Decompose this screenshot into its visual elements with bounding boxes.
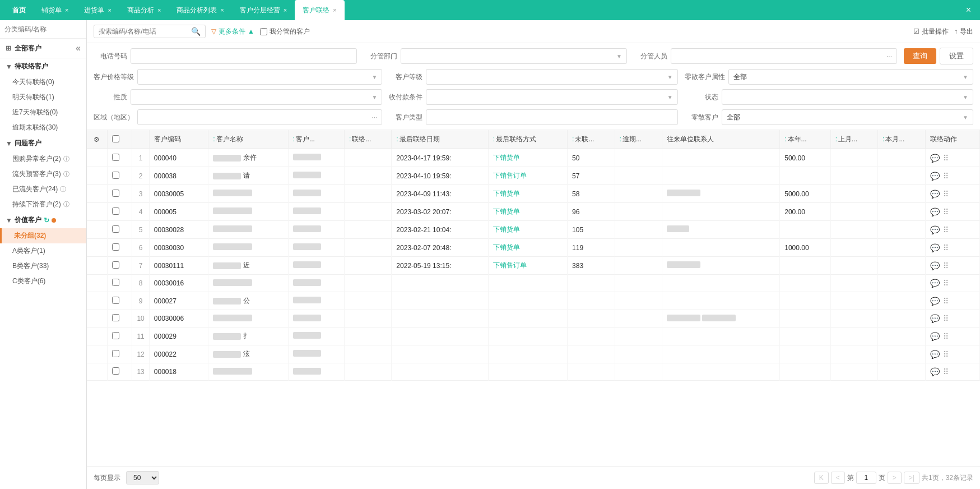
th-last-month[interactable]: :上月... bbox=[830, 130, 877, 149]
chat-icon[interactable]: 💬 bbox=[930, 297, 940, 306]
filter-search-input[interactable] bbox=[99, 27, 191, 35]
row-checkbox[interactable] bbox=[112, 190, 119, 197]
settings-icon[interactable]: ⚙ bbox=[94, 136, 100, 144]
tab-customer-contact-close[interactable]: × bbox=[333, 7, 336, 13]
filter-dept-select[interactable]: ▼ bbox=[401, 48, 627, 64]
row-checkbox[interactable] bbox=[112, 297, 119, 304]
more-icon[interactable]: ⠿ bbox=[943, 190, 949, 199]
filter-phone-input[interactable] bbox=[131, 48, 357, 64]
contact-type-link[interactable]: 下销售订单 bbox=[493, 172, 527, 179]
row-checkbox[interactable] bbox=[112, 261, 119, 269]
row-checkbox[interactable] bbox=[112, 207, 119, 215]
tab-sales[interactable]: 销货单 × bbox=[34, 0, 76, 20]
sidebar-item-churned[interactable]: 已流失客户(24) ⓘ bbox=[0, 182, 86, 197]
filter-level-select[interactable]: ▼ bbox=[426, 69, 677, 85]
th-this-year[interactable]: :本年... bbox=[780, 130, 830, 149]
sidebar-item-abnormal[interactable]: 囤购异常客户(2) ⓘ bbox=[0, 151, 86, 167]
more-icon[interactable]: ⠿ bbox=[943, 225, 949, 234]
chat-icon[interactable]: 💬 bbox=[930, 279, 940, 288]
sidebar-item-today[interactable]: 今天待联络(0) bbox=[0, 75, 86, 90]
filter-nature-select[interactable]: ▼ bbox=[131, 89, 382, 105]
row-checkbox[interactable] bbox=[112, 225, 119, 233]
chat-icon[interactable]: 💬 bbox=[930, 225, 940, 234]
export-btn[interactable]: ↑ 导出 bbox=[954, 27, 973, 36]
select-all-checkbox[interactable] bbox=[112, 135, 119, 142]
sidebar-group-pending-header[interactable]: ▼ 待联络客户 bbox=[0, 58, 86, 75]
tab-sales-close[interactable]: × bbox=[65, 7, 68, 13]
tab-goods-analysis-close[interactable]: × bbox=[157, 7, 161, 13]
contact-type-link[interactable]: 下销货单 bbox=[493, 207, 520, 215]
sidebar-item-class-c[interactable]: C类客户(6) bbox=[0, 274, 86, 289]
tab-customer-segment[interactable]: 客户分层经营 × bbox=[232, 0, 295, 20]
th-this-month[interactable]: :本月... bbox=[878, 130, 925, 149]
first-page-btn[interactable]: K bbox=[814, 472, 829, 484]
contact-type-link[interactable]: 下销货单 bbox=[493, 154, 520, 162]
row-checkbox[interactable] bbox=[112, 243, 119, 251]
row-checkbox[interactable] bbox=[112, 367, 119, 375]
sidebar-all-customers[interactable]: ⊞ 全部客户 « bbox=[0, 39, 86, 58]
tab-customer-contact[interactable]: 客户联络 × bbox=[295, 0, 344, 20]
tab-purchase-close[interactable]: × bbox=[108, 7, 111, 13]
more-icon[interactable]: ⠿ bbox=[943, 350, 949, 359]
th-contact[interactable]: :联络... bbox=[344, 130, 391, 149]
filter-payment-select[interactable]: ▼ bbox=[426, 89, 677, 105]
th-last-date[interactable]: :最后联络日期 bbox=[392, 130, 488, 149]
th-name[interactable]: :客户名称 bbox=[208, 130, 288, 149]
filter-search-icon[interactable]: 🔍 bbox=[191, 27, 201, 36]
last-page-btn[interactable]: >| bbox=[904, 472, 919, 484]
filter-customer-type-input[interactable] bbox=[426, 109, 677, 125]
chat-icon[interactable]: 💬 bbox=[930, 350, 940, 359]
row-checkbox[interactable] bbox=[112, 314, 119, 321]
prev-page-btn[interactable]: < bbox=[831, 472, 845, 484]
query-button[interactable]: 查询 bbox=[904, 48, 936, 64]
close-all-tabs[interactable]: × bbox=[962, 5, 976, 15]
more-icon[interactable]: ⠿ bbox=[943, 297, 949, 306]
sidebar-search-input[interactable] bbox=[4, 25, 87, 33]
tab-goods-list[interactable]: 商品分析列表 × bbox=[169, 0, 231, 20]
more-icon[interactable]: ⠿ bbox=[943, 314, 949, 323]
my-customers-checkbox[interactable] bbox=[260, 28, 267, 35]
th-code[interactable]: 客户编码 bbox=[149, 130, 208, 149]
th-type[interactable]: :客户... bbox=[288, 130, 344, 149]
filter-manager-select[interactable]: ··· bbox=[671, 48, 897, 64]
sidebar-item-churn-warning[interactable]: 流失预警客户(3) ⓘ bbox=[0, 167, 86, 182]
th-partner[interactable]: 往来单位联系人 bbox=[662, 130, 779, 149]
more-icon[interactable]: ⠿ bbox=[943, 172, 949, 181]
sidebar-item-ungroup[interactable]: 未分组(32) bbox=[0, 228, 86, 243]
more-icon[interactable]: ⠿ bbox=[943, 243, 949, 252]
more-icon[interactable]: ⠿ bbox=[943, 207, 949, 216]
sidebar-item-class-b[interactable]: B类客户(33) bbox=[0, 259, 86, 274]
filter-scatter-select[interactable]: 全部 ▼ bbox=[722, 109, 973, 125]
more-icon[interactable]: ⠿ bbox=[943, 154, 949, 163]
next-page-btn[interactable]: > bbox=[888, 472, 902, 484]
sidebar-item-7days[interactable]: 近7天待联络(0) bbox=[0, 105, 86, 120]
refresh-icon[interactable]: ↻ bbox=[44, 216, 49, 224]
tab-purchase[interactable]: 进货单 × bbox=[76, 0, 119, 20]
tab-goods-analysis[interactable]: 商品分析 × bbox=[119, 0, 169, 20]
chat-icon[interactable]: 💬 bbox=[930, 367, 940, 376]
more-icon[interactable]: ⠿ bbox=[943, 279, 949, 288]
more-icon[interactable]: ⠿ bbox=[943, 367, 949, 376]
page-input[interactable] bbox=[856, 472, 876, 484]
filter-status-select[interactable]: ▼ bbox=[722, 89, 973, 105]
sidebar-item-overdue[interactable]: 逾期未联络(30) bbox=[0, 120, 86, 135]
reset-button[interactable]: 设置 bbox=[940, 48, 973, 64]
more-icon[interactable]: ⠿ bbox=[943, 261, 949, 270]
more-conditions-btn[interactable]: ▽ 更多条件 ▲ bbox=[211, 27, 254, 36]
contact-type-link[interactable]: 下销售订单 bbox=[493, 261, 527, 269]
collapse-icon[interactable]: « bbox=[76, 43, 81, 53]
chat-icon[interactable]: 💬 bbox=[930, 207, 940, 216]
more-icon[interactable]: ⠿ bbox=[943, 332, 949, 341]
sidebar-group-value-header[interactable]: ▼ 价值客户 ↻ bbox=[0, 212, 86, 228]
chat-icon[interactable]: 💬 bbox=[930, 314, 940, 323]
row-checkbox[interactable] bbox=[112, 350, 119, 357]
sidebar-group-problem-header[interactable]: ▼ 问题客户 bbox=[0, 135, 86, 151]
batch-ops-btn[interactable]: ☑ 批量操作 bbox=[913, 27, 949, 36]
filter-region-select[interactable]: ··· bbox=[137, 109, 382, 125]
th-overdue[interactable]: :逾期... bbox=[615, 130, 662, 149]
tab-goods-list-close[interactable]: × bbox=[220, 7, 224, 13]
row-checkbox[interactable] bbox=[112, 172, 119, 179]
page-size-select[interactable]: 50 100 200 bbox=[126, 471, 159, 485]
sidebar-item-class-a[interactable]: A类客户(1) bbox=[0, 243, 86, 259]
contact-type-link[interactable]: 下销货单 bbox=[493, 243, 520, 251]
